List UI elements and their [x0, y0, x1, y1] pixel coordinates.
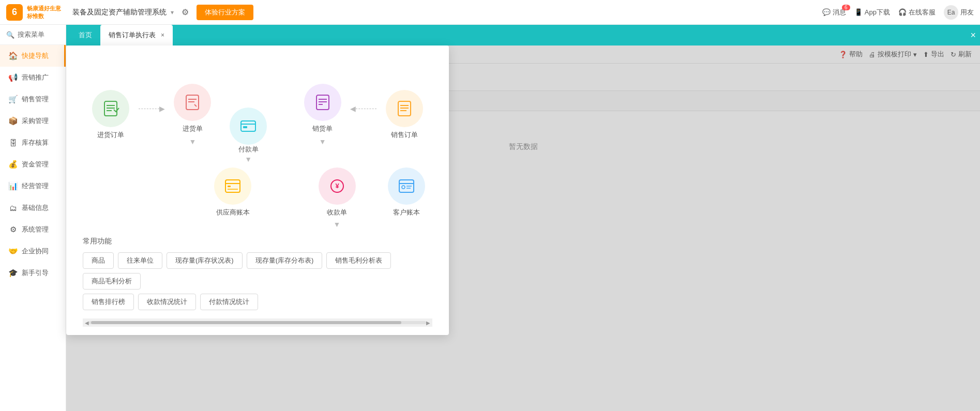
func-btn-product-gross[interactable]: 商品毛利分析: [83, 273, 141, 290]
flow-node-purchase: 进货单 ▼: [165, 84, 221, 146]
user-button[interactable]: Ea 用友: [944, 5, 974, 20]
sidebar-item-finance[interactable]: 💰 资金管理: [0, 154, 66, 175]
sidebar-item-newbie[interactable]: 🎓 新手引导: [0, 262, 66, 284]
receipt-icon[interactable]: ¥: [319, 168, 356, 205]
customer-account-label: 客户账本: [393, 208, 420, 217]
purchase-order-icon[interactable]: [92, 90, 129, 127]
func-btn-sales-gross[interactable]: 销售毛利分析表: [326, 252, 391, 269]
app-download-button[interactable]: 📱 App下载: [854, 8, 890, 17]
sidebar-item-sales[interactable]: 🛒 销售管理: [0, 88, 66, 110]
flow-node-supplier-account: 供应商账本: [207, 168, 259, 217]
svg-line-7: [194, 104, 197, 106]
down-arrow-purchase: ▼: [189, 138, 197, 146]
horizontal-scrollbar[interactable]: ◀ ▶: [83, 318, 432, 327]
experience-button[interactable]: 体验行业方案: [197, 5, 253, 20]
svg-rect-10: [243, 126, 247, 128]
func-buttons-row2: 销售排行榜 收款情况统计 付款情况统计: [83, 294, 432, 310]
sales-order-label: 销售订单: [391, 130, 418, 140]
chart-icon: 📊: [8, 181, 18, 191]
cart-icon: 🛒: [8, 95, 18, 104]
close-all-button[interactable]: ×: [970, 30, 976, 41]
flow-node-sales-order: 销售订单: [376, 90, 432, 140]
func-btn-parties[interactable]: 往来单位: [118, 252, 162, 269]
flow-row-2: 供应商账本 ¥ 收款单 ▼ 客户账本: [83, 168, 432, 229]
sidebar-item-purchase[interactable]: 📦 采购管理: [0, 110, 66, 132]
receipt-label: 收款单: [327, 208, 347, 217]
scroll-thumb[interactable]: [91, 321, 401, 324]
svg-rect-8: [241, 121, 255, 131]
sales-order-icon[interactable]: [386, 90, 423, 127]
func-btn-stock-dist[interactable]: 现存量(库存分布表): [247, 252, 323, 269]
purchase-label: 进货单: [183, 124, 203, 133]
sidebar-item-inventory[interactable]: 🗄 库存核算: [0, 132, 66, 154]
logo-area: 6 畅康通好生意 标惟数: [6, 4, 72, 21]
message-badge: 6: [842, 5, 850, 10]
sidebar-item-operations[interactable]: 📊 经营管理: [0, 175, 66, 197]
supplier-account-icon[interactable]: [214, 168, 251, 205]
sidebar-item-marketing[interactable]: 📢 营销推广: [0, 67, 66, 88]
svg-rect-21: [228, 186, 231, 187]
headset-icon: 🎧: [898, 8, 907, 16]
func-btn-stock-status[interactable]: 现存量(库存状况表): [167, 252, 243, 269]
logo-icon: 6: [6, 4, 23, 21]
message-icon: 💬: [822, 8, 831, 16]
phone-icon: 📱: [854, 8, 863, 16]
func-btn-sales-rank[interactable]: 销售排行榜: [83, 294, 134, 310]
system-title: 装备及固定资产辅助管理系统: [72, 8, 167, 17]
flow-node-receipt: ¥ 收款单 ▼: [311, 168, 363, 229]
customer-account-icon[interactable]: [388, 168, 425, 205]
avatar: Ea: [944, 5, 958, 20]
flow-node-purchase-order: 进货订单: [83, 90, 139, 140]
payment-label: 付款单: [238, 145, 259, 154]
quick-guide-popup: 进货订单 ▶ 进货单 ▼ 付款单 ▼: [66, 45, 449, 335]
func-btn-product[interactable]: 商品: [83, 252, 114, 269]
sidebar-item-collab[interactable]: 🤝 企业协同: [0, 240, 66, 262]
home-icon: 🏠: [8, 51, 18, 60]
tab-home[interactable]: 首页: [70, 25, 100, 45]
top-right-area: 💬 消息 6 📱 App下载 🎧 在线客服 Ea 用友: [822, 5, 974, 20]
sidebar: 🔍 搜索菜单 🏠 快捷导航 📢 营销推广 🛒 销售管理 📦 采购管理 🗄: [0, 25, 66, 411]
search-menu-button[interactable]: 🔍 搜索菜单: [0, 25, 66, 45]
settings-icon: ⚙: [8, 225, 18, 234]
func-btn-payment-stat[interactable]: 付款情况统计: [200, 294, 258, 310]
message-button[interactable]: 💬 消息 6: [822, 8, 846, 17]
flow-node-sales: 销货单 ▼: [295, 84, 351, 146]
money-icon: 💰: [8, 160, 18, 169]
purchase-icon[interactable]: [174, 84, 211, 121]
system-title-area: 装备及固定资产辅助管理系统 ▾ ⚙ 体验行业方案: [72, 5, 822, 20]
warehouse-icon: 🗄: [8, 139, 18, 147]
common-functions-area: 常用功能 商品 往来单位 现存量(库存状况表) 现存量(库存分布表) 销售毛利分…: [83, 237, 432, 310]
gear-icon[interactable]: ⚙: [178, 5, 192, 20]
online-service-button[interactable]: 🎧 在线客服: [898, 8, 936, 17]
dropdown-arrow-icon[interactable]: ▾: [171, 9, 174, 16]
svg-text:¥: ¥: [335, 182, 339, 190]
down-arrow-payment: ▼: [245, 155, 252, 163]
box-icon: 📦: [8, 116, 18, 126]
payment-icon[interactable]: [230, 108, 267, 145]
supplier-account-label: 供应商账本: [216, 208, 250, 217]
graduation-icon: 🎓: [8, 268, 18, 278]
arrow-right-1: ▶: [139, 104, 165, 125]
scroll-track[interactable]: [89, 321, 426, 324]
purchase-order-label: 进货订单: [97, 130, 124, 140]
sidebar-item-quick-nav[interactable]: 🏠 快捷导航: [0, 45, 66, 67]
sidebar-item-basic-info[interactable]: 🗂 基础信息: [0, 197, 66, 219]
scroll-left-arrow[interactable]: ◀: [85, 320, 89, 326]
func-btn-receipt-stat[interactable]: 收款情况统计: [138, 294, 196, 310]
tab-close-icon[interactable]: ×: [161, 32, 164, 39]
tab-sales-order[interactable]: 销售订单执行表 ×: [100, 25, 173, 45]
flow-diagram: 进货订单 ▶ 进货单 ▼ 付款单 ▼: [83, 58, 432, 168]
logo-text: 畅康通好生意 标惟数: [27, 5, 61, 20]
megaphone-icon: 📢: [8, 73, 18, 82]
svg-point-27: [402, 186, 405, 189]
sales-label: 销货单: [312, 124, 333, 133]
search-icon: 🔍: [6, 31, 14, 39]
flow-node-customer-account: 客户账本: [380, 168, 432, 217]
scroll-right-arrow[interactable]: ▶: [426, 320, 430, 326]
sales-icon[interactable]: [304, 84, 341, 121]
common-functions-title: 常用功能: [83, 237, 432, 246]
handshake-icon: 🤝: [8, 247, 18, 256]
sidebar-item-system[interactable]: ⚙ 系统管理: [0, 219, 66, 240]
down-arrow-receipt: ▼: [334, 220, 341, 229]
flow-node-payment: 付款单 ▼: [220, 66, 276, 163]
